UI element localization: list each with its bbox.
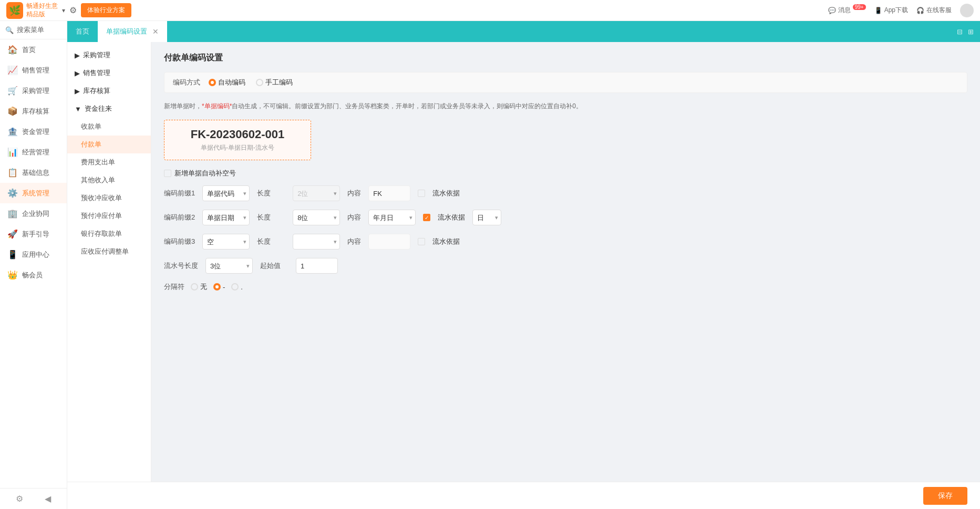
basic-icon: 📋 [7, 168, 18, 178]
sep-dot-radio[interactable] [231, 283, 239, 290]
group-inventory: ▶ 库存核算 [67, 82, 151, 100]
tab-close-icon[interactable]: ✕ [152, 27, 159, 36]
sep-none-option[interactable]: 无 [191, 282, 207, 292]
sidebar-item-enterprise[interactable]: 🏢 企业协同 [0, 203, 67, 224]
stream3-label: 流水依据 [432, 237, 460, 246]
sidebar-item-purchase[interactable]: 🛒 采购管理 [0, 80, 67, 101]
tab-expand: ⊟ ⊞ [167, 28, 980, 36]
system-icon: ⚙️ [7, 188, 18, 198]
serial-length-select[interactable]: 3位 [205, 258, 253, 274]
auto-encode-option[interactable]: 自动编码 [209, 78, 245, 87]
length2-select[interactable]: 8位 [293, 210, 340, 225]
prefix1-label: 编码前缀1 [164, 189, 195, 198]
tab-serial-settings[interactable]: 单据编码设置 ✕ [98, 21, 167, 42]
preview-desc: 单据代码-单据日期-流水号 [175, 143, 300, 152]
solution-button[interactable]: 体验行业方案 [81, 3, 131, 17]
content-area: ▶ 采购管理 ▶ 销售管理 ▶ 库存核算 ▼ 资金往来 [67, 42, 980, 509]
group-purchase-title[interactable]: ▶ 采购管理 [67, 46, 151, 64]
encoding-method-label: 编码方式 [173, 78, 200, 87]
save-button[interactable]: 保存 [923, 487, 967, 505]
finance-icon: 🏦 [7, 127, 18, 137]
message-badge: 99+ [853, 4, 866, 10]
settings-icon[interactable]: ⚙ [69, 5, 77, 15]
stream2-unit-select[interactable]: 日 [472, 210, 501, 225]
sep-none-radio[interactable] [191, 283, 198, 290]
maximize-icon[interactable]: ⊞ [968, 28, 974, 36]
sub-item-ar-ap-adjust[interactable]: 应收应付调整单 [67, 243, 151, 261]
message-icon: 💬 [828, 7, 836, 14]
minimize-icon[interactable]: ⊟ [957, 28, 963, 36]
length2-select-wrapper: 8位 [293, 210, 340, 225]
sidebar-item-sales[interactable]: 📈 销售管理 [0, 60, 67, 80]
chevron-right-icon3: ▶ [75, 87, 80, 95]
sidebar-item-operations[interactable]: 📊 经营管理 [0, 142, 67, 162]
sidebar-nav: 🏠 首页 📈 销售管理 🛒 采购管理 📦 库存核算 🏦 资金管理 📊 经营管理 … [0, 39, 67, 488]
sidebar-item-home[interactable]: 🏠 首页 [0, 39, 67, 60]
online-service-item[interactable]: 🎧 在线客服 [916, 6, 952, 15]
app-download-item[interactable]: 📱 App下载 [874, 6, 908, 15]
sep-dash-radio[interactable] [213, 283, 221, 290]
collapse-icon[interactable]: ◀ [45, 494, 51, 504]
purchase-icon: 🛒 [7, 86, 18, 96]
sub-item-receipt[interactable]: 收款单 [67, 118, 151, 136]
prefix1-select[interactable]: 单据代码 [202, 185, 250, 201]
sidebar-item-inventory[interactable]: 📦 库存核算 [0, 101, 67, 121]
sidebar-bottom: ⚙ ◀ [0, 488, 67, 509]
sep-dot-option[interactable]: . [231, 283, 243, 291]
avatar[interactable] [960, 4, 974, 17]
sidebar-item-basic[interactable]: 📋 基础信息 [0, 162, 67, 183]
footer-bar: 保存 [67, 482, 980, 509]
sidebar-item-guide[interactable]: 🚀 新手引导 [0, 224, 67, 244]
sep-dash-option[interactable]: - [213, 283, 225, 291]
prefix1-select-wrapper: 单据代码 [202, 185, 250, 201]
length1-select-wrapper: 2位 [293, 185, 340, 201]
length1-select[interactable]: 2位 [293, 185, 340, 201]
prefix3-select[interactable]: 空 [202, 234, 250, 250]
length2-label: 长度 [257, 213, 285, 222]
auto-encode-radio[interactable] [209, 79, 216, 86]
manual-encode-radio[interactable] [256, 79, 263, 86]
stream3-checkbox[interactable] [418, 238, 425, 245]
stream2-checkbox[interactable] [423, 214, 430, 221]
sub-item-expense[interactable]: 费用支出单 [67, 153, 151, 171]
sidebar-item-apps[interactable]: 📱 应用中心 [0, 244, 67, 265]
sidebar-item-finance[interactable]: 🏦 资金管理 [0, 121, 67, 142]
message-item[interactable]: 💬 消息 99+ [828, 6, 866, 15]
sidebar-search[interactable]: 🔍 搜索菜单 [0, 21, 67, 39]
group-capital-title[interactable]: ▼ 资金往来 [67, 100, 151, 118]
apps-icon: 📱 [7, 250, 18, 259]
content3-value [368, 234, 410, 250]
start-value-input[interactable] [296, 258, 338, 274]
prefix2-select[interactable]: 单据日期 [202, 210, 250, 225]
sidebar-item-member[interactable]: 👑 畅会员 [0, 265, 67, 285]
length1-label: 长度 [257, 189, 285, 198]
member-icon: 👑 [7, 270, 18, 280]
auto-fill-row: 新增单据自动补空号 [164, 169, 967, 178]
length3-select-wrapper [293, 234, 340, 250]
chevron-down-icon: ▼ [75, 105, 81, 113]
serial-length-label: 流水号长度 [164, 261, 198, 271]
sub-item-prepay-pay[interactable]: 预付冲应付单 [67, 207, 151, 225]
tab-home[interactable]: 首页 [67, 21, 98, 42]
preview-code: FK-20230602-001 [175, 128, 300, 141]
serial-length-select-wrapper: 3位 [205, 258, 253, 274]
topbar-dropdown[interactable]: ▾ [62, 7, 65, 14]
manual-encode-option[interactable]: 手工编码 [256, 78, 293, 87]
length3-select[interactable] [293, 234, 340, 250]
group-sales-title[interactable]: ▶ 销售管理 [67, 64, 151, 82]
sidebar-item-system[interactable]: ⚙️ 系统管理 [0, 183, 67, 203]
content3-tag: 内容 [347, 237, 361, 246]
auto-fill-checkbox[interactable] [164, 170, 171, 177]
sub-item-bank-deposit[interactable]: 银行存取款单 [67, 225, 151, 243]
sub-item-other-income[interactable]: 其他收入单 [67, 171, 151, 189]
sub-item-payment[interactable]: 付款单 [67, 136, 151, 153]
enterprise-icon: 🏢 [7, 209, 18, 219]
settings-bottom-icon[interactable]: ⚙ [16, 494, 23, 504]
sub-item-prepay-receive[interactable]: 预收冲应收单 [67, 189, 151, 207]
separator-row: 分隔符 无 - . [164, 282, 967, 292]
content2-select[interactable]: 年月日 [368, 210, 416, 225]
group-inventory-title[interactable]: ▶ 库存核算 [67, 82, 151, 100]
separator-label: 分隔符 [164, 282, 184, 292]
home-icon: 🏠 [7, 45, 18, 55]
stream1-checkbox[interactable] [418, 190, 425, 197]
